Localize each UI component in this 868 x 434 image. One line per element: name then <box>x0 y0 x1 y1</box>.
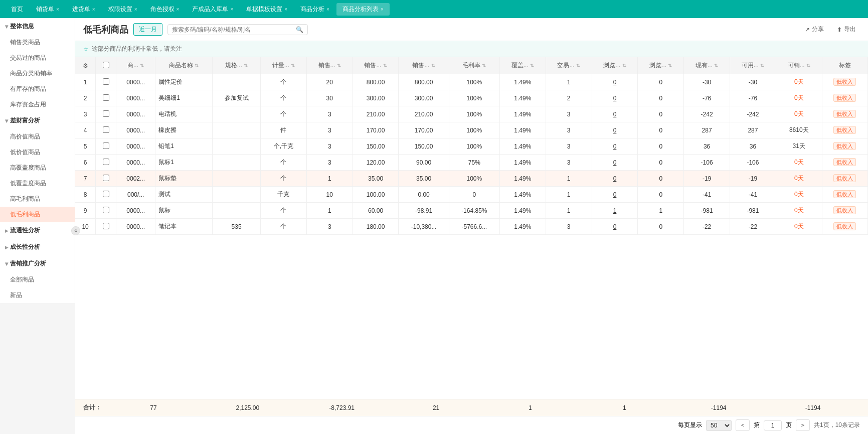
sidebar-item-all-goods[interactable]: 全部商品 <box>0 272 75 287</box>
close-icon[interactable]: × <box>284 7 287 12</box>
sidebar-group-value-analysis[interactable]: ▾ 差财富分析 <box>0 112 75 129</box>
cell-views1[interactable]: 0 <box>592 219 638 235</box>
th-views1[interactable]: 浏览... ⇅ <box>592 57 638 74</box>
share-button[interactable]: ↗ 分享 <box>801 23 828 36</box>
th-sellable[interactable]: 可销... ⇅ <box>776 57 822 74</box>
th-code[interactable]: 商... ⇅ <box>116 57 155 74</box>
sidebar-group-marketing[interactable]: ▾ 营销推广分析 <box>0 255 75 272</box>
row-checkbox[interactable] <box>103 94 109 101</box>
row-checkbox[interactable] <box>103 110 109 117</box>
row-checkbox[interactable] <box>103 223 109 229</box>
th-unit[interactable]: 计量... ⇅ <box>261 57 307 74</box>
sidebar-item-high-coverage[interactable]: 高覆盖度商品 <box>0 160 75 176</box>
row-checkbox[interactable] <box>103 142 109 149</box>
cell-checkbox[interactable] <box>96 90 116 106</box>
cell-checkbox[interactable] <box>96 122 116 138</box>
row-checkbox[interactable] <box>103 159 109 165</box>
cell-checkbox[interactable] <box>96 203 116 219</box>
cell-views1[interactable]: 0 <box>592 138 638 155</box>
row-checkbox[interactable] <box>103 126 109 133</box>
cell-views1[interactable]: 0 <box>592 74 638 90</box>
th-name[interactable]: 商品名称 ⇅ <box>155 57 213 74</box>
page-size-select[interactable]: 50 100 200 <box>706 420 732 431</box>
cell-views1[interactable]: 0 <box>592 187 638 203</box>
sidebar-item-low-coverage[interactable]: 低覆盖度商品 <box>0 176 75 191</box>
nav-sales[interactable]: 销货单 × <box>30 3 65 16</box>
tag-badge: 低收入 <box>833 142 856 150</box>
nav-purchase[interactable]: 进货单 × <box>66 3 101 16</box>
cell-checkbox[interactable] <box>96 74 116 90</box>
th-coverage[interactable]: 覆盖... ⇅ <box>499 57 546 74</box>
cell-sales-price: 100.00 <box>353 187 399 203</box>
th-spec[interactable]: 规格... ⇅ <box>213 57 261 74</box>
sidebar-item-capital[interactable]: 库存资金占用 <box>0 97 75 112</box>
close-icon[interactable]: × <box>381 7 384 12</box>
export-button[interactable]: ⬆ 导出 <box>833 23 860 36</box>
close-icon[interactable]: × <box>177 7 180 12</box>
th-current-stock[interactable]: 现有... ⇅ <box>684 57 730 74</box>
cell-views1[interactable]: 0 <box>592 155 638 171</box>
nav-inventory[interactable]: 产成品入库单 × <box>186 3 239 16</box>
close-icon[interactable]: × <box>56 7 59 12</box>
cell-checkbox[interactable] <box>96 155 116 171</box>
th-tag[interactable]: 标签 <box>822 57 867 74</box>
cell-views1[interactable]: 1 <box>592 203 638 219</box>
nav-home[interactable]: 首页 <box>5 3 29 16</box>
close-icon[interactable]: × <box>326 7 329 12</box>
cell-checkbox[interactable] <box>96 106 116 122</box>
sidebar-item-category-rate[interactable]: 商品分类助销率 <box>0 66 75 81</box>
cell-checkbox[interactable] <box>96 219 116 235</box>
close-icon[interactable]: × <box>230 7 233 12</box>
sidebar-group-overall[interactable]: ▾ 整体信息 <box>0 18 75 35</box>
nav-analysis-list[interactable]: 商品分析列表 × <box>336 3 390 16</box>
sidebar-item-new-goods[interactable]: 新品 <box>0 287 75 303</box>
cell-checkbox[interactable] <box>96 138 116 155</box>
nav-templates[interactable]: 单据模板设置 × <box>240 3 293 16</box>
close-icon[interactable]: × <box>134 7 137 12</box>
sidebar-item-sales-goods[interactable]: 销售类商品 <box>0 35 75 50</box>
cell-views1[interactable]: 0 <box>592 106 638 122</box>
cell-available: -76 <box>730 90 776 106</box>
row-checkbox[interactable] <box>103 78 109 85</box>
sidebar-item-traded-goods[interactable]: 交易过的商品 <box>0 50 75 66</box>
search-icon[interactable]: 🔍 <box>296 26 303 33</box>
close-icon[interactable]: × <box>92 7 95 12</box>
sidebar-item-high-value[interactable]: 高价值商品 <box>0 129 75 144</box>
th-available[interactable]: 可用... ⇅ <box>730 57 776 74</box>
nav-permissions[interactable]: 权限设置 × <box>102 3 143 16</box>
th-sales-qty[interactable]: 销售... ⇅ <box>306 57 353 74</box>
sidebar-item-stocked-goods[interactable]: 有库存的商品 <box>0 81 75 97</box>
th-views2[interactable]: 浏览... ⇅ <box>638 57 684 74</box>
sidebar-group-liquidity[interactable]: ▸ 流通性分析 <box>0 222 75 239</box>
cell-views1[interactable]: 0 <box>592 122 638 138</box>
cell-views1[interactable]: 0 <box>592 90 638 106</box>
sidebar-collapse-button[interactable]: « <box>71 226 80 235</box>
th-sales-price[interactable]: 销售... ⇅ <box>353 57 399 74</box>
th-gross-margin[interactable]: 毛利率 ⇅ <box>449 57 499 74</box>
th-checkbox[interactable] <box>96 57 116 74</box>
th-settings[interactable]: ⚙ <box>75 57 96 74</box>
filter-recent-month-button[interactable]: 近一月 <box>133 23 162 36</box>
prev-page-button[interactable]: ＜ <box>736 419 750 431</box>
cell-sales-price: 120.00 <box>353 155 399 171</box>
cell-available: 287 <box>730 122 776 138</box>
row-checkbox[interactable] <box>103 191 109 197</box>
sidebar-item-high-margin[interactable]: 高毛利商品 <box>0 191 75 207</box>
data-table-wrapper[interactable]: ⚙ 商... ⇅ 商品名称 ⇅ 规格... ⇅ 计量... ⇅ 销售... ⇅ … <box>75 57 868 399</box>
th-sales-amount[interactable]: 销售... ⇅ <box>399 57 449 74</box>
search-input[interactable] <box>172 26 296 33</box>
cell-checkbox[interactable] <box>96 171 116 187</box>
next-page-button[interactable]: ＞ <box>796 419 810 431</box>
row-checkbox[interactable] <box>103 207 109 213</box>
row-checkbox[interactable] <box>103 175 109 181</box>
sidebar-item-low-value[interactable]: 低价值商品 <box>0 144 75 160</box>
sidebar-group-growth[interactable]: ▸ 成长性分析 <box>0 239 75 255</box>
cell-views1[interactable]: 0 <box>592 171 638 187</box>
cell-checkbox[interactable] <box>96 187 116 203</box>
select-all-checkbox[interactable] <box>103 62 109 68</box>
page-number-input[interactable] <box>764 420 782 430</box>
nav-roles[interactable]: 角色授权 × <box>144 3 186 16</box>
th-transactions[interactable]: 交易... ⇅ <box>546 57 592 74</box>
nav-analysis[interactable]: 商品分析 × <box>294 3 335 16</box>
sidebar-item-low-margin[interactable]: 低毛利商品 <box>0 207 75 222</box>
